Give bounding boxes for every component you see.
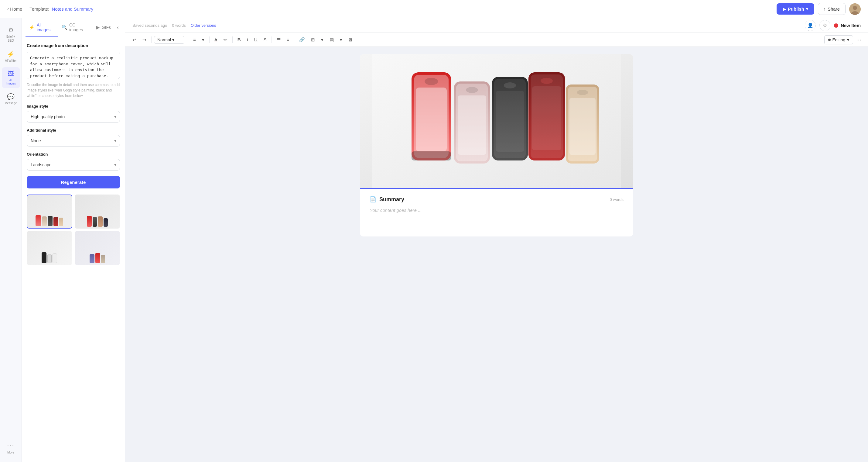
additional-style-label: Additional style [27, 128, 120, 133]
numbered-list-icon: ≡ [287, 37, 289, 42]
cc-images-tab-icon: 🔍 [62, 25, 67, 30]
sidebar-item-more[interactable]: ··· More [2, 439, 20, 457]
ai-images-tab-label: AI images [37, 23, 54, 32]
svg-point-19 [540, 78, 553, 84]
bold-button[interactable]: B [235, 35, 243, 44]
sidebar-item-ai-images[interactable]: 🖼 AI Images [2, 67, 20, 88]
add-person-button[interactable]: 👤 [805, 20, 816, 31]
editor-toolbar: ↩ ↪ Normal ▾ ≡ ▾ A ✏ B I U S ☰ ≡ 🔗 [125, 33, 868, 47]
image-button[interactable]: ⊞ [309, 35, 317, 45]
publish-button[interactable]: ▶ Publish ▾ [777, 3, 814, 15]
toolbar-separator-5 [272, 36, 272, 43]
tab-cc-images[interactable]: 🔍 CC images [58, 18, 93, 37]
ai-images-icon: 🖼 [8, 70, 14, 77]
editing-mode-selector[interactable]: Editing ▾ [824, 35, 854, 45]
editor-topbar: Saved seconds ago 0 words Older versions… [125, 18, 868, 33]
new-item-dot [834, 23, 838, 28]
thumbnail-1[interactable] [27, 195, 72, 229]
svg-rect-12 [458, 95, 486, 155]
share-button[interactable]: ↑ Share [818, 3, 845, 15]
ai-writer-label: AI Writer [5, 59, 17, 62]
text-color-button[interactable]: A [212, 35, 220, 44]
regenerate-button[interactable]: Regenerate [27, 176, 120, 189]
underline-button[interactable]: U [252, 35, 260, 44]
strikethrough-button[interactable]: S [261, 35, 269, 44]
undo-button[interactable]: ↩ [130, 35, 139, 45]
template-label: Template: Notes and Summary [29, 6, 93, 11]
share-label: Share [828, 6, 840, 11]
editor-document: 📄 Summary 0 words Your content goes here… [360, 54, 633, 236]
redo-button[interactable]: ↪ [140, 35, 149, 45]
sidebar-item-brief-seo[interactable]: ⚙ Brief + SEO [2, 23, 20, 46]
older-versions-link[interactable]: Older versions [191, 23, 216, 28]
align-chevron-icon: ▾ [202, 37, 205, 42]
ai-writer-icon: ⚡ [7, 51, 14, 58]
ai-images-label: AI Images [4, 79, 18, 85]
settings-button[interactable]: ⚙ [819, 20, 830, 31]
image-style-select[interactable]: High quality photo Illustration Painting… [27, 111, 120, 122]
link-button[interactable]: 🔗 [297, 35, 307, 45]
summary-placeholder[interactable]: Your content goes here ... [370, 208, 623, 213]
prompt-hint: Describe the image in detail and then us… [27, 82, 120, 98]
highlight-button[interactable]: ✏ [221, 35, 230, 45]
bullet-list-button[interactable]: ☰ [274, 35, 283, 45]
thumbnail-4[interactable] [75, 231, 120, 265]
toolbar-separator-3 [209, 36, 210, 43]
table-button[interactable]: ▤ [327, 35, 336, 45]
tab-gifs[interactable]: ▶ GIFs [93, 20, 115, 35]
editing-dot [828, 38, 831, 41]
tab-ai-images[interactable]: ⚡ AI images [26, 18, 58, 37]
toolbar-separator-6 [294, 36, 294, 43]
additional-style-select-wrap: None Vintage Minimalist Futuristic Neon … [27, 135, 120, 146]
toolbar-separator-1 [151, 36, 152, 43]
table-expand-icon: ▾ [340, 37, 342, 42]
template-name-link[interactable]: Notes and Summary [52, 6, 94, 11]
home-label: Home [10, 6, 22, 11]
thumbnail-3[interactable] [27, 231, 72, 265]
svg-point-15 [504, 82, 516, 88]
image-icon: ⊞ [311, 37, 315, 42]
topbar: ‹ Home Template: Notes and Summary ▶ Pub… [0, 0, 868, 18]
align-button[interactable]: ≡ [191, 35, 198, 44]
numbered-list-button[interactable]: ≡ [284, 35, 292, 44]
editor-scroll-area[interactable]: 📄 Summary 0 words Your content goes here… [125, 47, 868, 462]
svg-point-1 [853, 6, 857, 10]
sidebar-item-message[interactable]: 💬 Message [2, 90, 20, 108]
align-chevron-button[interactable]: ▾ [199, 35, 207, 45]
summary-icon: 📄 [370, 196, 376, 203]
topbar-right: ▶ Publish ▾ ↑ Share [777, 3, 861, 15]
orientation-select-wrap: Landscape Portrait Square ▾ [27, 159, 120, 171]
sidebar-item-ai-writer[interactable]: ⚡ AI Writer [2, 48, 20, 65]
format-selector[interactable]: Normal ▾ [154, 36, 184, 44]
editing-mode-label: Editing [833, 37, 845, 42]
additional-style-select[interactable]: None Vintage Minimalist Futuristic Neon [27, 135, 120, 146]
settings-icon: ⚙ [823, 23, 827, 28]
more-icon: ··· [7, 442, 14, 450]
product-image-svg [372, 54, 621, 188]
svg-rect-8 [411, 151, 451, 161]
italic-button[interactable]: I [245, 35, 251, 44]
prompt-textarea[interactable]: Generate a realistic product mockup for … [27, 52, 120, 79]
table-icon: ▤ [330, 37, 334, 42]
message-icon: 💬 [7, 93, 14, 100]
gifs-tab-icon: ▶ [96, 25, 100, 30]
toolbar-more-button[interactable]: ··· [854, 35, 863, 45]
more-options-icon: ··· [856, 36, 861, 43]
table-chevron-button[interactable]: ▾ [337, 35, 345, 45]
toolbar-separator-2 [188, 36, 188, 43]
create-section-title: Create image from description [27, 43, 120, 48]
summary-title: Summary [379, 196, 404, 203]
orientation-select[interactable]: Landscape Portrait Square [27, 159, 120, 171]
chevron-down-icon: ▾ [806, 7, 808, 11]
new-item-label: New Item [841, 23, 861, 28]
thumbnail-2[interactable] [75, 195, 120, 229]
avatar[interactable] [849, 3, 861, 15]
brief-seo-icon: ⚙ [8, 26, 14, 33]
clear-format-button[interactable]: ⊠ [346, 35, 355, 45]
more-label: More [7, 451, 14, 454]
svg-rect-7 [416, 88, 447, 151]
home-link[interactable]: ‹ Home [7, 6, 22, 12]
image-chevron-button[interactable]: ▾ [318, 35, 326, 45]
message-label: Message [5, 102, 17, 105]
sidebar-collapse-button[interactable]: ‹ [115, 23, 121, 32]
